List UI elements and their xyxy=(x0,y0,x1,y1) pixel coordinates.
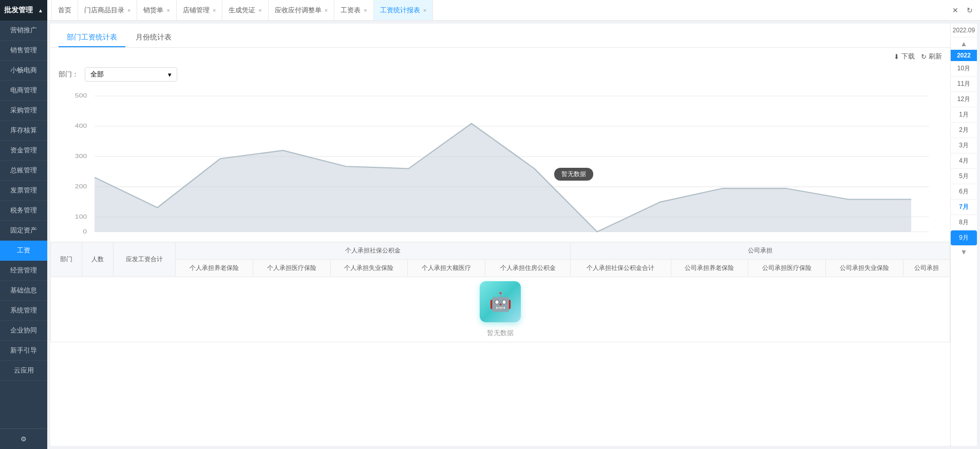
sidebar-item-库存核算[interactable]: 库存核算 xyxy=(0,121,47,141)
sidebar-item-工资[interactable]: 工资 xyxy=(0,241,47,261)
chart-svg: 500 400 300 200 100 0 xyxy=(59,88,942,242)
sidebar-item-系统管理[interactable]: 系统管理 xyxy=(0,301,47,321)
tab-close-all-button[interactable]: ✕ xyxy=(949,4,962,16)
sidebar-item-采购管理[interactable]: 采购管理 xyxy=(0,101,47,121)
download-icon: ⬇ xyxy=(894,53,899,61)
svg-text:0: 0 xyxy=(83,228,87,235)
sidebar-item-税务管理[interactable]: 税务管理 xyxy=(0,201,47,221)
tab-工资统计报表[interactable]: 工资统计报表× xyxy=(374,0,433,20)
refresh-label: 刷新 xyxy=(929,52,942,61)
cal-month-1月[interactable]: 1月 xyxy=(951,107,977,123)
department-select[interactable]: 全部 ▾ xyxy=(85,67,177,82)
sidebar-item-销售管理[interactable]: 销售管理 xyxy=(0,41,47,61)
no-data-text: 暂无数据 xyxy=(57,328,944,338)
th-company-pension: 公司承担养老保险 xyxy=(671,260,748,277)
cal-month-2月[interactable]: 2月 xyxy=(951,123,977,138)
tab-close-icon[interactable]: × xyxy=(213,7,216,13)
svg-text:400: 400 xyxy=(75,122,87,129)
th-total-salary: 应发工资合计 xyxy=(114,242,176,277)
sub-tab-monthly[interactable]: 月份统计表 xyxy=(127,29,180,47)
tab-close-icon[interactable]: × xyxy=(258,7,261,13)
page-area: 部门工资统计表 月份统计表 ⬇ 下载 ↻ 刷新 部门： 全部 ▾ xyxy=(50,24,950,446)
tab-close-icon[interactable]: × xyxy=(127,7,130,13)
cal-month-6月[interactable]: 6月 xyxy=(951,184,977,200)
th-count: 人数 xyxy=(82,242,114,277)
no-data-cell: 🤖 暂无数据 xyxy=(51,277,950,342)
cal-month-5月[interactable]: 5月 xyxy=(951,169,977,184)
table-section: 部门 人数 应发工资合计 个人承担社保公积金 公司承担 个人承担养老保险 个人承… xyxy=(50,242,950,446)
tab-店铺管理[interactable]: 店铺管理× xyxy=(177,0,222,20)
cal-month-12月[interactable]: 12月 xyxy=(951,92,977,107)
th-personal-unemployment: 个人承担失业保险 xyxy=(330,260,408,277)
tab-工资表[interactable]: 工资表× xyxy=(334,0,373,20)
th-personal-major-medical: 个人承担大额医疗 xyxy=(408,260,485,277)
sidebar-items: 营销推广销售管理小畅电商电商管理采购管理库存核算资金管理总账管理发票管理税务管理… xyxy=(0,21,47,381)
no-data-row: 🤖 暂无数据 xyxy=(51,277,950,342)
cal-year-text: 2022.09 xyxy=(953,27,975,34)
sidebar-item-经营管理[interactable]: 经营管理 xyxy=(0,261,47,281)
sidebar-item-云应用[interactable]: 云应用 xyxy=(0,361,47,381)
tab-close-icon[interactable]: × xyxy=(364,7,367,13)
th-personal-medical: 个人承担医疗保险 xyxy=(253,260,330,277)
sidebar-title: 批发管理 xyxy=(4,6,33,15)
cal-scroll-up[interactable]: ▲ xyxy=(951,37,977,50)
th-personal-housing: 个人承担住房公积金 xyxy=(485,260,571,277)
sidebar-header[interactable]: 批发管理 ▲ xyxy=(0,0,47,21)
sidebar-item-基础信息[interactable]: 基础信息 xyxy=(0,281,47,301)
cal-month-4月[interactable]: 4月 xyxy=(951,153,977,169)
sidebar-item-资金管理[interactable]: 资金管理 xyxy=(0,141,47,161)
cal-month-8月[interactable]: 8月 xyxy=(951,215,977,230)
th-personal-total: 个人承担社保公积金合计 xyxy=(570,260,671,277)
table-header-row-2: 个人承担养老保险 个人承担医疗保险 个人承担失业保险 个人承担大额医疗 个人承担… xyxy=(51,260,950,277)
th-company-unemployment: 公司承担失业保险 xyxy=(826,260,903,277)
sidebar-footer[interactable]: ⚙ xyxy=(0,428,47,449)
sidebar-item-总账管理[interactable]: 总账管理 xyxy=(0,161,47,181)
cal-month-10月[interactable]: 10月 xyxy=(951,61,977,76)
sidebar-item-固定资产[interactable]: 固定资产 xyxy=(0,221,47,241)
content-area: 部门工资统计表 月份统计表 ⬇ 下载 ↻ 刷新 部门： 全部 ▾ xyxy=(47,21,980,449)
download-button[interactable]: ⬇ 下载 xyxy=(894,52,915,61)
cal-scroll-down[interactable]: ▼ xyxy=(951,246,977,258)
cal-month-7月[interactable]: 7月 xyxy=(951,200,977,215)
cal-month-9月[interactable]: 9月 xyxy=(951,230,977,246)
tab-close-icon[interactable]: × xyxy=(423,7,426,13)
download-label: 下载 xyxy=(901,52,915,61)
sidebar-item-新手引导[interactable]: 新手引导 xyxy=(0,341,47,361)
sidebar-item-电商管理[interactable]: 电商管理 xyxy=(0,81,47,101)
svg-text:300: 300 xyxy=(75,152,87,160)
chart-tooltip: 暂无数据 xyxy=(554,168,593,181)
svg-text:100: 100 xyxy=(75,213,87,220)
chart-area: 500 400 300 200 100 0 xyxy=(50,88,950,242)
tab-生成凭证[interactable]: 生成凭证× xyxy=(222,0,268,20)
sub-tabs: 部门工资统计表 月份统计表 xyxy=(50,24,950,48)
cal-year-label: 2022.09 xyxy=(951,24,977,37)
tab-销货单[interactable]: 销货单× xyxy=(137,0,176,20)
tab-bar-end: ✕ ↻ xyxy=(949,4,976,16)
cal-month-11月[interactable]: 11月 xyxy=(951,76,977,92)
sidebar-item-企业协同[interactable]: 企业协同 xyxy=(0,321,47,341)
sidebar-toggle-icon: ▲ xyxy=(38,8,43,13)
tab-close-icon[interactable]: × xyxy=(325,7,328,13)
th-company-insurance: 公司承担 xyxy=(570,242,950,260)
tab-门店商品目录[interactable]: 门店商品目录× xyxy=(78,0,137,20)
cal-month-3月[interactable]: 3月 xyxy=(951,138,977,153)
tab-close-icon[interactable]: × xyxy=(166,7,169,13)
tab-首页[interactable]: 首页 xyxy=(51,0,78,20)
data-table: 部门 人数 应发工资合计 个人承担社保公积金 公司承担 个人承担养老保险 个人承… xyxy=(50,242,950,342)
tab-items: 首页门店商品目录×销货单×店铺管理×生成凭证×应收应付调整单×工资表×工资统计报… xyxy=(51,0,433,20)
tab-refresh-button[interactable]: ↻ xyxy=(964,4,976,16)
sidebar-item-小畅电商[interactable]: 小畅电商 xyxy=(0,61,47,81)
cal-months: 202210月11月12月1月2月3月4月5月6月7月8月9月 xyxy=(951,50,977,246)
svg-text:500: 500 xyxy=(75,92,87,99)
refresh-button[interactable]: ↻ 刷新 xyxy=(921,52,942,61)
sidebar-item-发票管理[interactable]: 发票管理 xyxy=(0,181,47,201)
cal-current-year[interactable]: 2022 xyxy=(951,50,977,61)
th-department: 部门 xyxy=(51,242,82,277)
tab-应收应付调整单[interactable]: 应收应付调整单× xyxy=(269,0,334,20)
robot-illustration: 🤖 xyxy=(480,281,521,322)
th-company-other: 公司承担 xyxy=(903,260,950,277)
th-company-medical: 公司承担医疗保险 xyxy=(748,260,826,277)
toolbar: ⬇ 下载 ↻ 刷新 xyxy=(50,48,950,65)
sidebar-item-营销推广[interactable]: 营销推广 xyxy=(0,21,47,41)
sub-tab-department[interactable]: 部门工资统计表 xyxy=(59,29,125,47)
